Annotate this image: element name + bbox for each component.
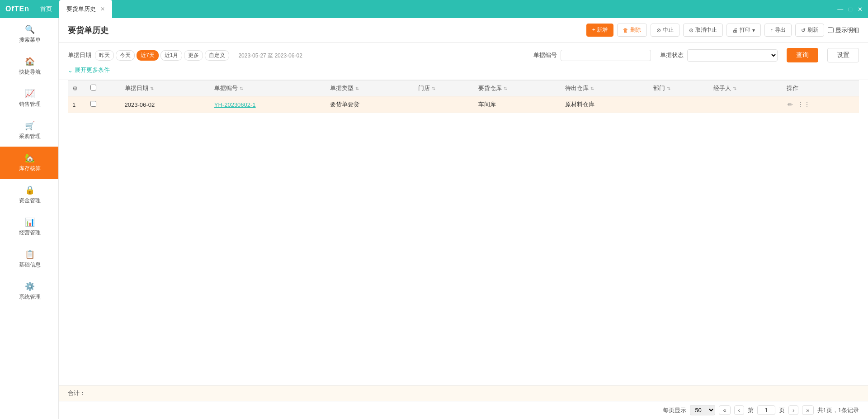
th-handler[interactable]: 经手人⇅	[709, 81, 783, 96]
per-page-select[interactable]: 50 20 100	[690, 405, 715, 415]
sidebar-item-label: 资金管理	[19, 197, 41, 205]
th-pending-warehouse[interactable]: 待出仓库⇅	[561, 81, 649, 96]
sidebar-item-label: 系统管理	[19, 293, 41, 301]
minimize-btn[interactable]: —	[837, 6, 843, 13]
sidebar-item-system[interactable]: ⚙️ 系统管理	[0, 275, 58, 307]
print-icon: 🖨	[732, 27, 738, 33]
new-button[interactable]: + 新增	[586, 24, 613, 37]
cell-checkbox[interactable]	[86, 96, 120, 113]
th-doc-date[interactable]: 单据日期⇅	[120, 81, 210, 96]
sidebar-item-sales[interactable]: 📈 销售管理	[0, 82, 58, 114]
doc-status-select[interactable]	[687, 49, 778, 62]
print-button[interactable]: 🖨 打印 ▾	[726, 24, 761, 37]
refresh-icon: ↺	[801, 27, 806, 33]
sort-department-icon: ⇅	[667, 86, 670, 91]
search-icon: 🔍	[25, 24, 35, 34]
date-filter-group: 单据日期 昨天 今天 近7天 近1月 更多 自定义	[68, 50, 229, 61]
date-btn-7days[interactable]: 近7天	[137, 50, 159, 61]
doc-number-input[interactable]	[561, 50, 651, 61]
cell-department	[649, 96, 709, 113]
footer-bar: 合计：	[59, 385, 868, 401]
brand-logo: OfTEn	[5, 5, 29, 13]
sort-doc-number-icon: ⇅	[240, 86, 243, 91]
first-page-btn[interactable]: «	[719, 405, 730, 415]
prev-page-btn[interactable]: ‹	[734, 405, 744, 415]
doc-status-filter-group: 单据状态	[660, 49, 778, 62]
sidebar-item-label: 经营管理	[19, 229, 41, 237]
print-dropdown-icon: ▾	[752, 27, 755, 33]
edit-icon[interactable]: ✏	[787, 100, 794, 109]
refresh-button[interactable]: ↺ 刷新	[795, 24, 824, 37]
export-button[interactable]: ↑ 导出	[764, 24, 792, 37]
next-page-btn[interactable]: ›	[788, 405, 798, 415]
chevron-down-icon: ⌄	[68, 67, 73, 74]
gear-header[interactable]: ⚙	[68, 81, 86, 96]
close-btn[interactable]: ✕	[858, 6, 863, 13]
query-button[interactable]: 查询	[787, 48, 818, 62]
doc-number-filter-group: 单据编号	[533, 50, 651, 61]
page-number-input[interactable]	[757, 405, 775, 415]
sidebar-item-inventory[interactable]: 🏡 库存核算	[0, 147, 58, 179]
row-action-icons: ✏ ⋮⋮	[787, 100, 854, 109]
home-icon: 🏠	[25, 57, 35, 67]
footer-total-label: 合计：	[68, 389, 85, 397]
doc-number-link[interactable]: YH-20230602-1	[214, 101, 256, 108]
stop-icon: ⊘	[656, 27, 661, 33]
checkbox-header[interactable]	[86, 81, 120, 96]
date-filter-label: 单据日期	[68, 51, 91, 59]
th-req-warehouse[interactable]: 要货仓库⇅	[474, 81, 561, 96]
sidebar-item-basic-info[interactable]: 📋 基础信息	[0, 243, 58, 275]
sidebar-item-label: 销售管理	[19, 100, 41, 108]
date-btn-custom[interactable]: 自定义	[205, 50, 229, 61]
sort-doc-type-icon: ⇅	[355, 86, 359, 91]
cell-store	[414, 96, 474, 113]
date-btn-yesterday[interactable]: 昨天	[95, 50, 114, 61]
date-btn-more[interactable]: 更多	[184, 50, 203, 61]
page-title: 要货单历史	[68, 25, 583, 36]
sidebar-item-quick-nav[interactable]: 🏠 快捷导航	[0, 50, 58, 82]
cancel-stop-icon: ⊘	[689, 27, 693, 33]
page-unit: 页	[779, 406, 785, 414]
last-page-btn[interactable]: »	[802, 405, 813, 415]
pagination-bar: 每页显示 50 20 100 « ‹ 第 页 › » 共1页，1条记录	[59, 401, 868, 419]
sort-store-icon: ⇅	[432, 86, 435, 91]
cell-seq: 1	[68, 96, 86, 113]
date-btn-today[interactable]: 今天	[116, 50, 135, 61]
stop-button[interactable]: ⊘ 中止	[651, 24, 679, 37]
select-all-checkbox[interactable]	[90, 85, 96, 90]
date-btn-1month[interactable]: 近1月	[160, 50, 183, 61]
display-detail-area: 显示明细	[828, 26, 859, 34]
system-icon: ⚙️	[25, 281, 35, 291]
tab-close-icon[interactable]: ✕	[100, 6, 105, 12]
page-summary: 共1页，1条记录	[817, 406, 859, 414]
display-detail-label[interactable]: 显示明细	[835, 26, 859, 34]
expand-conditions-btn[interactable]: ⌄ 展开更多条件	[68, 66, 859, 74]
sidebar-item-label: 采购管理	[19, 133, 41, 140]
sidebar-item-finance[interactable]: 🔒 资金管理	[0, 179, 58, 211]
header-actions: + 新增 🗑 删除 ⊘ 中止 ⊘ 取消中止 🖨 打印 ▾	[586, 24, 859, 37]
sidebar-item-purchase[interactable]: 🛒 采购管理	[0, 114, 58, 147]
row-checkbox[interactable]	[90, 101, 96, 107]
display-detail-checkbox[interactable]	[828, 27, 834, 33]
th-actions: 操作	[782, 81, 859, 96]
th-store[interactable]: 门店⇅	[414, 81, 474, 96]
delete-button[interactable]: 🗑 删除	[617, 24, 647, 37]
cancel-stop-button[interactable]: ⊘ 取消中止	[683, 24, 723, 37]
doc-number-label: 单据编号	[533, 51, 557, 59]
main-layout: 🔍 搜索菜单 🏠 快捷导航 📈 销售管理 🛒 采购管理 🏡 库存核算 🔒 资金管…	[0, 18, 868, 419]
tab-home[interactable]: 首页	[33, 0, 59, 18]
sort-doc-date-icon: ⇅	[150, 86, 154, 91]
settings-button[interactable]: 设置	[827, 48, 859, 62]
th-department[interactable]: 部门⇅	[649, 81, 709, 96]
sales-icon: 📈	[25, 89, 35, 99]
maximize-btn[interactable]: □	[849, 6, 852, 13]
th-doc-number[interactable]: 单据编号⇅	[210, 81, 326, 96]
inventory-icon: 🏡	[25, 153, 35, 163]
cell-doc-type: 要货单要货	[326, 96, 414, 113]
sidebar-item-operations[interactable]: 📊 经营管理	[0, 211, 58, 243]
more-icon[interactable]: ⋮⋮	[797, 100, 811, 109]
tab-requisition-history[interactable]: 要货单历史 ✕	[59, 0, 112, 18]
cell-actions: ✏ ⋮⋮	[782, 96, 859, 113]
th-doc-type[interactable]: 单据类型⇅	[326, 81, 414, 96]
sidebar-item-search-menu[interactable]: 🔍 搜索菜单	[0, 18, 58, 50]
